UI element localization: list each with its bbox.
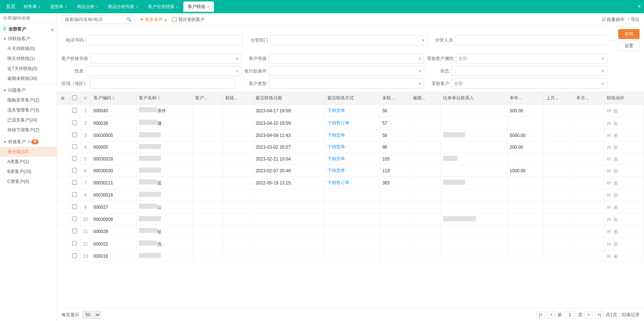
last-method-link[interactable]: 下销货单 [327,168,345,173]
row-checkbox[interactable] [72,133,77,137]
row-checkbox[interactable] [72,216,77,221]
row-checkbox[interactable] [72,108,77,113]
close-sales-tab[interactable]: × [38,4,41,9]
row-checkbox[interactable] [72,192,77,197]
checkbox-cell[interactable] [69,153,80,165]
grid-icon[interactable]: ⊞ [613,108,618,114]
last-method-link[interactable]: 下销售订单 [327,120,349,126]
last-method-col-header[interactable]: 最后联络方式 [325,92,380,105]
select-all-checkbox[interactable] [72,95,77,100]
last-month-col-header[interactable]: 上月... [543,92,574,105]
row-checkbox[interactable] [72,120,77,125]
message-icon[interactable]: ✉ [607,108,611,114]
row-checkbox[interactable] [72,156,77,161]
checkbox-cell[interactable] [69,130,80,141]
this-year-col-header[interactable]: 本年... [507,92,544,105]
last-page-btn[interactable]: >| [595,311,603,318]
sidebar-item-today[interactable]: 今天待联络(0) [0,44,57,54]
settings-col-header[interactable]: ⚙ [57,92,69,105]
grid-icon[interactable]: ⊞ [613,144,618,150]
sidebar-item-hoarding[interactable]: 囤购异常客户(2) [0,95,57,105]
checkbox-cell[interactable] [69,177,80,189]
grid-icon[interactable]: ⊞ [613,168,618,174]
last-method-link[interactable]: 下销货单 [327,133,345,138]
close-all-button[interactable]: × [638,3,641,10]
checkbox-cell[interactable] [69,141,80,153]
message-icon[interactable]: ✉ [607,229,611,234]
sidebar-item-tomorrow[interactable]: 明天待联络(1) [0,54,57,64]
grid-icon[interactable]: ⊞ [613,204,618,210]
contact-person-col-header[interactable]: 往来单位联系人 [441,92,507,105]
search-input[interactable] [65,17,125,22]
sidebar-item-7days[interactable]: 近7天待联络(0) [0,64,57,74]
region-dots[interactable]: ··· [238,81,242,86]
message-icon[interactable]: ✉ [607,241,611,247]
prev-page-btn[interactable]: < [548,311,555,318]
last-method-link[interactable]: 下销货单 [327,108,345,113]
status-select[interactable]: ▼ [451,66,607,76]
retail-customer-select[interactable]: 全部 ▼ [451,78,607,89]
phone-input[interactable] [86,35,243,45]
close-analysis-list-tab[interactable]: × [136,4,138,9]
tab-sales[interactable]: 销售单 × [19,1,45,12]
tab-customer-tier[interactable]: 客户分层经客 × [144,1,183,12]
checkbox-cell[interactable] [69,105,80,117]
row-checkbox[interactable] [72,204,77,209]
grid-icon[interactable]: ⊞ [613,216,618,222]
checkbox-cell[interactable] [69,201,80,214]
payment-select[interactable]: ▼ [269,66,425,76]
message-icon[interactable]: ✉ [607,192,611,198]
grid-icon[interactable]: ⊞ [613,253,618,259]
message-icon[interactable]: ✉ [607,204,611,210]
message-icon[interactable]: ✉ [607,144,611,150]
message-icon[interactable]: ✉ [607,120,611,126]
row-checkbox[interactable] [72,241,77,246]
last-method-link[interactable]: 下销货单 [327,144,345,149]
sidebar-item-ungrouped[interactable]: 未分组(32) [0,147,57,157]
tab-purchase[interactable]: 进货单 × [46,1,71,12]
home-tab[interactable]: 首页 [3,3,18,10]
retail-attr-select[interactable]: 全部 ▼ [456,53,607,64]
contact-col-header[interactable]: 联络... [223,92,253,105]
sidebar-item-b-class[interactable]: B类客户(33) [0,167,57,177]
grid-icon[interactable]: ⊞ [613,133,618,138]
my-customers-checkbox[interactable] [172,17,177,22]
sidebar-item-c-class[interactable]: C类客户(6) [0,177,57,187]
sidebar-search-input[interactable] [3,15,57,21]
person-dots[interactable]: ··· [609,38,612,43]
tab-analysis[interactable]: 商品分析 × [73,1,103,12]
message-icon[interactable]: ✉ [607,216,611,222]
sidebar-item-churned[interactable]: 已流失客户(24) [0,115,57,125]
sidebar-item-overdue[interactable]: 逾期未联络(30) [0,74,57,84]
nature-select[interactable]: ▼ [86,66,242,76]
sidebar-group-pending[interactable]: ▼ 待联络客户 [0,34,57,44]
row-checkbox[interactable] [72,168,77,173]
message-icon[interactable]: ✉ [607,253,611,259]
tab-analysis-list[interactable]: 商品分析列表 × [103,1,142,12]
sidebar-item-churn-warning[interactable]: 流失预警客户(3) [0,105,57,115]
checkbox-cell[interactable] [69,225,80,238]
my-customers-filter[interactable]: 我分管的客户 [172,17,205,23]
row-checkbox[interactable] [72,144,77,149]
checkbox-cell[interactable] [69,238,80,250]
next-page-btn[interactable]: > [585,311,592,318]
row-checkbox[interactable] [72,253,77,258]
grid-icon[interactable]: ⊞ [613,120,618,126]
page-size-select[interactable]: 50 20 100 [82,311,101,319]
checkbox-cell[interactable] [69,117,80,130]
sidebar-collapse-icon[interactable]: « [51,27,54,32]
grid-icon[interactable]: ⊞ [613,229,618,234]
person-select[interactable] [455,35,606,45]
type-col-header[interactable]: 客户... [193,92,223,105]
search-icon[interactable]: 🔍 [126,17,132,22]
close-analysis-tab[interactable]: × [96,4,98,9]
all-customers-header[interactable]: ⠿ 全部客户 « [0,23,57,34]
first-page-btn[interactable]: |< [536,311,545,318]
close-purchase-tab[interactable]: × [65,4,67,9]
reset-button[interactable]: 设置 [618,40,640,51]
tab-customer-contact[interactable]: 客户联络 × [183,1,214,12]
customer-tier-select[interactable]: ▼ [269,53,425,64]
checkbox-cell[interactable] [69,250,80,262]
code-col-header[interactable]: 客户编码 ↕ [91,92,136,105]
this-month-col-header[interactable]: 本月... [574,92,604,105]
